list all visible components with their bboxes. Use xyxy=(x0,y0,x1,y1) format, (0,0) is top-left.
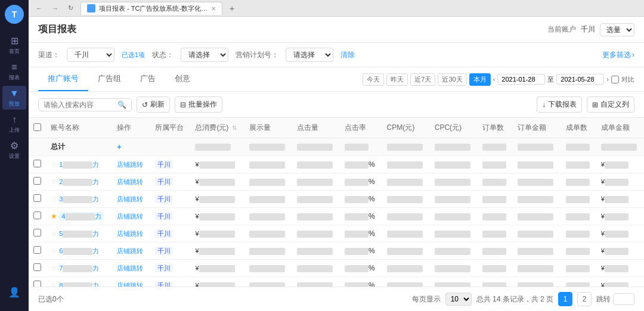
compare-checkbox-input[interactable] xyxy=(611,76,619,83)
account-name-link[interactable]: 1力 xyxy=(59,161,99,168)
row-checkbox[interactable] xyxy=(33,212,41,219)
account-name-link[interactable]: 6力 xyxy=(59,247,99,254)
row-spend-cell: ¥ xyxy=(190,208,244,225)
batch-ops-btn[interactable]: ⊟ 批量操作 xyxy=(175,97,222,113)
impressions-value xyxy=(249,231,285,238)
account-name-link[interactable]: 5力 xyxy=(59,230,99,237)
star-icon[interactable]: ☆ xyxy=(51,264,57,272)
row-platform-cell: 千川 xyxy=(150,225,191,242)
op-btn[interactable]: 店铺跳转 xyxy=(117,178,143,185)
date-yesterday-btn[interactable]: 昨天 xyxy=(386,73,408,86)
row-checkbox[interactable] xyxy=(33,194,41,202)
total-ops-cell: + xyxy=(112,138,150,156)
tab-creative[interactable]: 创意 xyxy=(165,67,200,91)
browser-tab[interactable]: 项目报表 - TC广告投放系统-数字化… ✕ xyxy=(80,2,222,15)
account-name-link[interactable]: 2力 xyxy=(59,178,99,185)
select-all-checkbox[interactable] xyxy=(33,123,41,131)
search-input[interactable] xyxy=(44,101,115,109)
account-name-link[interactable]: 7力 xyxy=(59,265,99,272)
account-name-link[interactable]: 4力 xyxy=(59,212,104,220)
refresh-btn[interactable]: ↺ 刷新 xyxy=(137,97,170,113)
orders-value xyxy=(482,248,506,255)
spend-sort-icon[interactable]: ⇅ xyxy=(232,125,237,131)
sidebar-item-upload[interactable]: ↑ 上传 xyxy=(2,112,26,136)
page-size-select[interactable]: 10 xyxy=(445,293,472,306)
nav-forward-btn[interactable]: → xyxy=(49,4,61,13)
filter-clear-btn[interactable]: 清除 xyxy=(340,50,355,60)
date-today-btn[interactable]: 今天 xyxy=(363,73,384,86)
tab-close-btn[interactable]: ✕ xyxy=(211,5,216,12)
star-icon[interactable]: ☆ xyxy=(51,178,57,186)
platform-tag: 千川 xyxy=(155,229,173,238)
page-jump-input[interactable] xyxy=(613,293,634,305)
download-btn[interactable]: ↓ 下载报表 xyxy=(537,97,582,113)
op-btn[interactable]: 店铺跳转 xyxy=(117,247,143,254)
tab-ad-group[interactable]: 广告组 xyxy=(88,67,131,91)
op-btn[interactable]: 店铺跳转 xyxy=(117,265,143,272)
row-conversions-cell xyxy=(561,225,596,242)
nav-refresh-btn[interactable]: ↻ xyxy=(66,3,76,13)
total-add-btn[interactable]: + xyxy=(117,143,121,151)
op-btn[interactable]: 店铺跳转 xyxy=(117,213,143,220)
row-platform-cell: 千川 xyxy=(150,156,191,173)
total-row: 总计 + xyxy=(29,138,644,156)
chart-icon: ≡ xyxy=(11,62,17,73)
row-cpc-cell xyxy=(430,156,478,173)
row-checkbox[interactable] xyxy=(33,263,41,271)
row-checkbox[interactable] xyxy=(33,229,41,237)
star-icon[interactable]: ★ xyxy=(51,212,57,220)
channel-select[interactable]: 千川 xyxy=(67,48,114,62)
account-name-link[interactable]: 8力 xyxy=(59,282,99,287)
star-icon[interactable]: ☆ xyxy=(51,229,57,238)
custom-col-btn[interactable]: ⊞ 自定义列 xyxy=(587,97,634,113)
sidebar-item-reports[interactable]: ≡ 报表 xyxy=(2,60,26,83)
plan-select[interactable]: 请选择 xyxy=(286,48,333,62)
row-ctr-cell: % xyxy=(340,173,382,191)
date-monthly-btn[interactable]: 本月 xyxy=(469,73,491,86)
status-select[interactable]: 请选择 xyxy=(181,48,228,62)
row-checkbox[interactable] xyxy=(33,160,41,167)
page-1-btn[interactable]: 1 xyxy=(558,292,572,306)
row-platform-cell: 千川 xyxy=(150,260,191,277)
star-icon[interactable]: ☆ xyxy=(51,247,57,255)
impressions-value xyxy=(249,265,285,272)
row-spend-cell: ¥ xyxy=(190,173,244,191)
account-select[interactable]: 选量 xyxy=(600,23,634,36)
nav-back-btn[interactable]: ← xyxy=(33,4,45,13)
impressions-value xyxy=(249,196,285,203)
compare-checkbox[interactable]: 对比 xyxy=(611,75,634,84)
filter-more-btn[interactable]: 更多筛选 › xyxy=(602,50,634,60)
date-to-label: 至 xyxy=(547,75,554,84)
date-start-input[interactable] xyxy=(497,74,545,85)
date-prev-btn[interactable]: ‹ xyxy=(493,76,496,83)
date-end-input[interactable] xyxy=(556,74,604,85)
col-clicks: 点击量 xyxy=(292,118,340,138)
date-last30-btn[interactable]: 近30天 xyxy=(438,73,466,86)
op-btn[interactable]: 店铺跳转 xyxy=(117,230,143,237)
sidebar-item-home[interactable]: ⊞ 首页 xyxy=(2,33,26,57)
star-icon[interactable]: ☆ xyxy=(51,281,57,287)
row-checkbox[interactable] xyxy=(33,281,41,287)
cpm-value xyxy=(387,196,423,203)
op-btn[interactable]: 店铺跳转 xyxy=(117,282,143,287)
row-checkbox[interactable] xyxy=(33,246,41,254)
date-next-btn[interactable]: › xyxy=(606,76,609,83)
account-name-link[interactable]: 3力 xyxy=(59,195,99,203)
sidebar-item-ads[interactable]: ▼ 投放 xyxy=(2,86,26,110)
tab-promotion-account[interactable]: 推广账号 xyxy=(38,67,88,91)
sidebar-item-user[interactable]: 👤 xyxy=(2,280,26,304)
cpc-value xyxy=(435,282,470,287)
sidebar-upload-label: 上传 xyxy=(9,126,20,134)
tab-ad[interactable]: 广告 xyxy=(131,67,165,91)
page-2-btn[interactable]: 2 xyxy=(577,292,592,306)
date-last7-btn[interactable]: 近7天 xyxy=(410,73,435,86)
row-conv-amount-cell: ¥ xyxy=(596,242,644,260)
star-icon[interactable]: ☆ xyxy=(51,195,57,203)
row-checkbox[interactable] xyxy=(33,177,41,185)
tab-add-btn[interactable]: + xyxy=(227,4,237,13)
star-icon[interactable]: ☆ xyxy=(51,160,57,169)
row-cpc-cell xyxy=(430,191,478,208)
op-btn[interactable]: 店铺跳转 xyxy=(117,161,143,168)
sidebar-item-settings[interactable]: ⚙ 设置 xyxy=(2,138,26,162)
op-btn[interactable]: 店铺跳转 xyxy=(117,195,143,203)
